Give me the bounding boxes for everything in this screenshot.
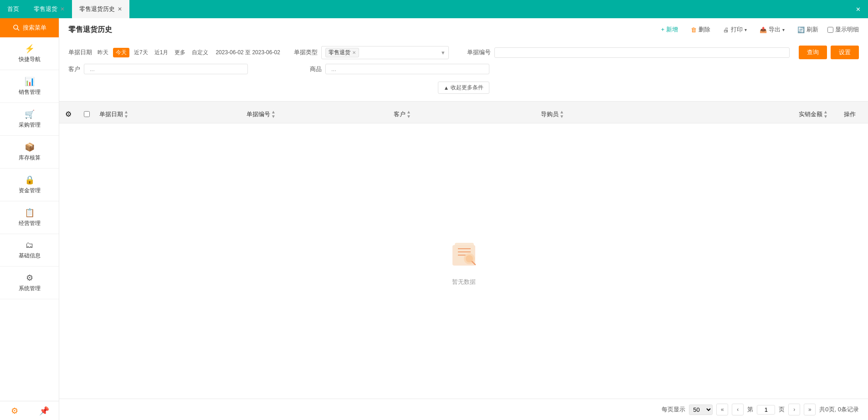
th-checkbox[interactable] (77, 111, 96, 117)
display-detail-group: 显示明细 (827, 26, 859, 34)
first-page-btn[interactable]: « (716, 404, 728, 415)
th-settings[interactable]: ⚙ (59, 110, 77, 118)
filter-area: 单据日期 昨天 今天 近7天 近1月 更多 自定义 2023-06-02 至 2… (68, 41, 859, 101)
content-area: 零售退货历史 + 新增 🗑 删除 🖨 打印 ▾ 📤 (59, 18, 868, 420)
date-7days-btn[interactable]: 近7天 (132, 48, 150, 57)
sidebar-item-quick-nav[interactable]: ⚡ 快捷导航 (0, 37, 59, 70)
th-guide-label: 导购员 (541, 110, 559, 118)
th-ops: 操作 (832, 110, 868, 118)
doc-number-filter-item: 单据编号 (467, 47, 790, 58)
doc-number-label: 单据编号 (467, 48, 491, 56)
refresh-btn[interactable]: 🔄 刷新 (794, 24, 822, 36)
tab-retail-return-history-close[interactable]: ✕ (118, 6, 122, 12)
collapse-btn[interactable]: ▲ 收起更多条件 (438, 82, 490, 94)
prev-page-btn[interactable]: ‹ (732, 404, 744, 415)
tab-retail-return-close[interactable]: ✕ (60, 6, 65, 12)
settings-btn[interactable]: 设置 (831, 46, 859, 59)
sidebar-item-sales-mgmt[interactable]: 📊 销售管理 (0, 70, 59, 103)
new-btn[interactable]: + 新增 (657, 24, 682, 36)
basic-info-icon: 🗂 (26, 241, 34, 250)
tab-home[interactable]: 首页 (0, 0, 26, 18)
sidebar-settings-btn[interactable]: ⚙ (0, 401, 30, 420)
last-page-icon: » (808, 406, 812, 413)
sidebar-item-operations-mgmt-label: 经营管理 (19, 220, 41, 227)
doc-type-select[interactable]: 零售退货 ✕ ▾ (321, 46, 449, 59)
delete-btn[interactable]: 🗑 删除 (687, 24, 714, 36)
table-header: ⚙ 单据日期 ▲▼ 单据编号 ▲▼ 客 (59, 105, 868, 123)
print-btn[interactable]: 🖨 打印 ▾ (719, 24, 750, 36)
sidebar-pin-icon: 📌 (39, 406, 49, 416)
next-page-icon: › (793, 406, 795, 413)
collapse-icon: ▲ (444, 85, 449, 91)
doc-number-input[interactable] (494, 47, 790, 58)
th-ops-label: 操作 (844, 110, 856, 118)
sidebar-item-system-mgmt[interactable]: ⚙ 系统管理 (0, 266, 59, 299)
page-size-label: 每页显示 (662, 405, 685, 414)
th-amount-label: 实销金额 (799, 110, 822, 118)
doc-type-tag-close[interactable]: ✕ (352, 50, 356, 55)
query-btn[interactable]: 查询 (799, 46, 827, 59)
svg-line-1 (17, 29, 19, 31)
doc-type-label: 单据类型 (294, 48, 318, 56)
finance-mgmt-icon: 🔒 (25, 175, 35, 185)
doc-type-tag: 零售退货 ✕ (325, 48, 359, 57)
last-page-btn[interactable]: » (804, 404, 816, 415)
th-guide[interactable]: 导购员 ▲▼ (537, 110, 684, 119)
display-detail-checkbox[interactable] (827, 27, 833, 33)
date-more-btn[interactable]: 更多 (173, 48, 187, 57)
empty-text: 暂无数据 (452, 278, 476, 286)
th-customer-label: 客户 (394, 110, 406, 118)
th-doc-date[interactable]: 单据日期 ▲▼ (96, 110, 243, 119)
goods-filter-item: 商品 ... (310, 64, 859, 74)
sidebar-item-inventory[interactable]: 📦 库存核算 (0, 136, 59, 169)
page-number-input[interactable] (757, 405, 775, 415)
date-range-display: 2023-06-02 至 2023-06-02 (216, 49, 280, 56)
purchase-mgmt-icon: 🛒 (25, 109, 35, 119)
total-records: 共0页, 0条记录 (819, 405, 859, 414)
date-yesterday-btn[interactable]: 昨天 (96, 48, 110, 57)
filter-row-1: 单据日期 昨天 今天 近7天 近1月 更多 自定义 2023-06-02 至 2… (68, 46, 859, 59)
sidebar-item-operations-mgmt[interactable]: 📋 经营管理 (0, 201, 59, 234)
sidebar-item-basic-info[interactable]: 🗂 基础信息 (0, 234, 59, 266)
sidebar-item-finance-mgmt[interactable]: 🔒 资金管理 (0, 169, 59, 201)
delete-btn-label: 删除 (699, 26, 710, 34)
goods-select[interactable]: ... (325, 64, 489, 74)
sidebar-item-basic-info-label: 基础信息 (19, 252, 41, 260)
date-1month-btn[interactable]: 近1月 (153, 48, 170, 57)
doc-type-filter-item: 单据类型 零售退货 ✕ ▾ (294, 46, 453, 59)
tab-retail-return[interactable]: 零售退货 ✕ (26, 0, 72, 18)
page-header-top: 零售退货历史 + 新增 🗑 删除 🖨 打印 ▾ 📤 (68, 24, 859, 36)
main-layout: 搜索菜单 ⚡ 快捷导航 📊 销售管理 🛒 采购管理 📦 库存核算 🔒 资金管理 … (0, 18, 868, 420)
sidebar-pin-btn[interactable]: 📌 (30, 401, 59, 420)
tab-retail-return-history[interactable]: 零售退货历史 ✕ (72, 0, 129, 18)
date-today-btn[interactable]: 今天 (113, 48, 129, 57)
date-custom-btn[interactable]: 自定义 (190, 48, 210, 57)
th-doc-number[interactable]: 单据编号 ▲▼ (243, 110, 390, 119)
th-doc-number-sort-icon: ▲▼ (271, 110, 276, 119)
next-page-btn[interactable]: › (788, 404, 800, 415)
page-size-select[interactable]: 50 10 20 100 (689, 405, 713, 415)
inventory-icon: 📦 (25, 142, 35, 152)
system-mgmt-icon: ⚙ (26, 273, 33, 283)
sidebar-item-quick-nav-label: 快捷导航 (19, 56, 41, 63)
window-close-btn[interactable]: ✕ (856, 6, 861, 13)
th-amount[interactable]: 实销金额 ▲▼ (684, 110, 832, 119)
print-chevron-icon: ▾ (745, 27, 747, 32)
sidebar-item-sales-mgmt-label: 销售管理 (19, 88, 41, 96)
search-icon (13, 24, 20, 31)
select-all-checkbox[interactable] (84, 111, 90, 117)
quick-nav-icon: ⚡ (25, 44, 35, 54)
filter-row-2: 客户 ... 商品 ... (68, 64, 859, 74)
print-icon: 🖨 (723, 26, 729, 33)
empty-state: 暂无数据 (59, 123, 868, 399)
sales-mgmt-icon: 📊 (25, 77, 35, 87)
export-btn[interactable]: 📤 导出 ▾ (756, 24, 788, 36)
new-btn-label: + 新增 (661, 26, 678, 34)
sidebar-search[interactable]: 搜索菜单 (0, 18, 59, 37)
th-customer[interactable]: 客户 ▲▼ (390, 110, 537, 119)
operations-mgmt-icon: 📋 (25, 208, 35, 218)
sidebar-item-purchase-mgmt[interactable]: 🛒 采购管理 (0, 103, 59, 136)
sidebar: 搜索菜单 ⚡ 快捷导航 📊 销售管理 🛒 采购管理 📦 库存核算 🔒 资金管理 … (0, 18, 59, 420)
customer-select[interactable]: ... (84, 64, 248, 74)
tab-retail-return-history-label: 零售退货历史 (79, 5, 115, 13)
